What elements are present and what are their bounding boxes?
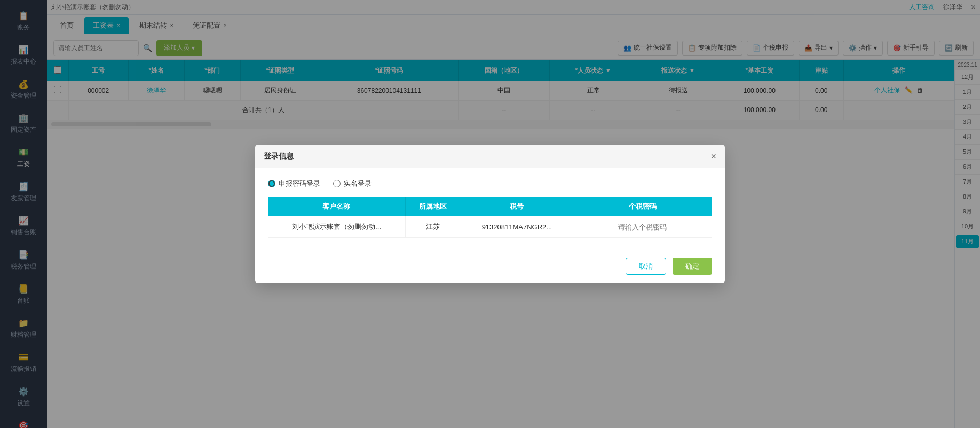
- cell-client-name: 刘小艳演示账套（勿删勿动...: [268, 216, 405, 237]
- dialog-header: 登录信息 ×: [255, 145, 725, 168]
- login-table: 客户名称 所属地区 税号 个税密码 刘小艳演示账套（勿删勿动... 江苏 913…: [268, 197, 712, 238]
- cell-region: 江苏: [405, 216, 461, 237]
- dialog-overlay: 登录信息 × 申报密码登录 实名登录 客户名称 所属地区: [0, 0, 980, 428]
- login-type-group: 申报密码登录 实名登录: [268, 179, 712, 188]
- dialog-table-row: 刘小艳演示账套（勿删勿动... 江苏 91320811MA7NGR2...: [268, 216, 712, 237]
- radio-realname-login[interactable]: 实名登录: [333, 179, 372, 188]
- cell-tax-no: 91320811MA7NGR2...: [461, 216, 573, 237]
- cell-password[interactable]: [573, 216, 712, 237]
- col-tax-no: 税号: [461, 197, 573, 216]
- col-client-name: 客户名称: [268, 197, 405, 216]
- tax-password-input[interactable]: [580, 223, 705, 231]
- dialog-footer: 取消 确定: [255, 249, 725, 283]
- radio-password-login[interactable]: 申报密码登录: [268, 179, 320, 188]
- login-dialog: 登录信息 × 申报密码登录 实名登录 客户名称 所属地区: [255, 145, 725, 283]
- dialog-body: 申报密码登录 实名登录 客户名称 所属地区 税号 个税密码: [255, 168, 725, 249]
- col-region: 所属地区: [405, 197, 461, 216]
- dialog-title: 登录信息: [264, 152, 294, 161]
- dialog-close-button[interactable]: ×: [710, 152, 716, 161]
- col-tax-password: 个税密码: [573, 197, 712, 216]
- confirm-button[interactable]: 确定: [673, 258, 712, 275]
- cancel-button[interactable]: 取消: [626, 258, 666, 275]
